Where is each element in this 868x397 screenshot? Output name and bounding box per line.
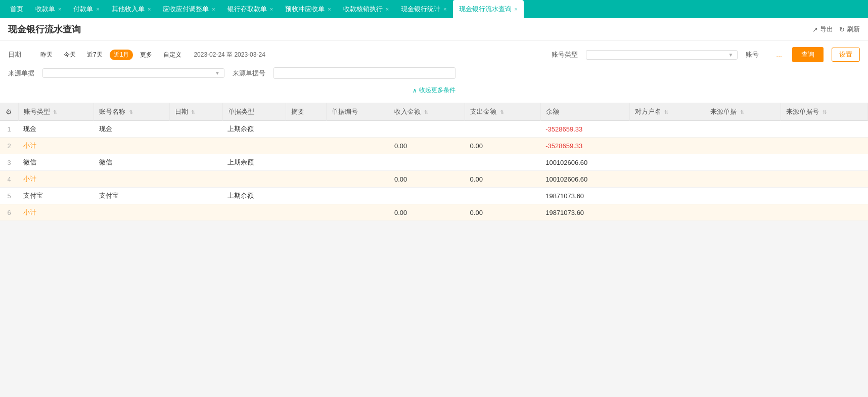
nav-label-payment: 付款单	[73, 0, 93, 18]
cell-summary	[286, 188, 326, 204]
nav-label-advance-offset: 预收冲应收单	[285, 0, 325, 18]
nav-item-advance-offset[interactable]: 预收冲应收单 ×	[279, 0, 337, 18]
account-type-cell: 微信	[23, 158, 36, 166]
th-date[interactable]: 日期 ⇅	[169, 103, 222, 121]
cell-counterpart	[629, 171, 705, 188]
nav-label-receipt: 收款单	[35, 0, 55, 18]
cell-income: 0.00	[389, 138, 465, 154]
th-source-doc[interactable]: 来源单据 ⇅	[705, 103, 781, 121]
th-settings[interactable]: ⚙	[0, 103, 18, 121]
cell-account-type: 现金	[18, 121, 94, 138]
cell-balance: 19871073.60	[540, 188, 629, 204]
nav-item-collection-exec[interactable]: 收款核销执行 ×	[337, 0, 395, 18]
date-option-more[interactable]: 更多	[136, 50, 156, 60]
cell-account-name: 支付宝	[94, 188, 170, 204]
source-doc-select[interactable]: ▼	[42, 68, 224, 78]
refresh-label: 刷新	[847, 25, 860, 34]
cell-source-doc-no	[781, 171, 868, 188]
close-icon[interactable]: ×	[386, 0, 389, 18]
cell-account-type: 支付宝	[18, 188, 94, 204]
sort-icon: ⇅	[664, 109, 668, 115]
close-icon[interactable]: ×	[328, 0, 331, 18]
date-option-7days[interactable]: 近7天	[83, 50, 107, 60]
cell-expense	[465, 154, 541, 171]
date-option-1month[interactable]: 近1月	[110, 50, 133, 60]
query-button[interactable]: 查询	[792, 47, 824, 62]
nav-label-adjustment: 应收应付调整单	[163, 0, 209, 18]
settings-icon[interactable]: ⚙	[6, 108, 12, 116]
cell-doc-no	[326, 154, 389, 171]
account-dots-button[interactable]: ...	[774, 51, 784, 59]
source-doc-no-input[interactable]	[273, 67, 455, 79]
th-account-type[interactable]: 账号类型 ⇅	[18, 103, 94, 121]
cell-account-name	[94, 171, 170, 188]
date-option-yesterday[interactable]: 昨天	[36, 50, 57, 60]
nav-label-cash-flow-query: 现金银行流水查询	[459, 0, 512, 18]
th-account-name[interactable]: 账号名称 ⇅	[94, 103, 170, 121]
filter-row-1: 日期 昨天 今天 近7天 近1月 更多 自定义 2023-02-24 至 202…	[8, 47, 860, 62]
nav-label-cash-bank-stats: 现金银行统计	[401, 0, 440, 18]
th-source-doc-no[interactable]: 来源单据号 ⇅	[781, 103, 868, 121]
nav-item-cash-flow-query[interactable]: 现金银行流水查询 ×	[453, 0, 524, 18]
th-summary: 摘要	[286, 103, 326, 121]
cell-doc-type	[222, 138, 286, 154]
table-row: 5 支付宝 支付宝 上期余额 19871073.60	[0, 188, 868, 204]
nav-item-receipt[interactable]: 收款单 ×	[29, 0, 67, 18]
nav-item-home[interactable]: 首页	[4, 0, 29, 18]
cell-summary	[286, 171, 326, 188]
close-icon[interactable]: ×	[515, 0, 518, 18]
cell-doc-type: 上期余额	[222, 154, 286, 171]
account-type-cell: 现金	[23, 125, 36, 133]
cell-source-doc	[705, 121, 781, 138]
nav-item-bank-deposit[interactable]: 银行存取款单 ×	[221, 0, 279, 18]
nav-item-other-income[interactable]: 其他收入单 ×	[106, 0, 157, 18]
th-expense[interactable]: 支出金额 ⇅	[465, 103, 541, 121]
export-button[interactable]: ↗ 导出	[812, 25, 833, 34]
table-row: 4 小计 0.00 0.00 100102606.60	[0, 171, 868, 188]
cell-source-doc	[705, 188, 781, 204]
sort-icon: ⇅	[424, 109, 428, 115]
th-income[interactable]: 收入金额 ⇅	[389, 103, 465, 121]
cell-income	[389, 121, 465, 138]
nav-item-cash-bank-stats[interactable]: 现金银行统计 ×	[395, 0, 452, 18]
cell-account-name: 微信	[94, 154, 170, 171]
th-doc-type: 单据类型	[222, 103, 286, 121]
collapse-bar[interactable]: ∧ 收起更多条件	[8, 84, 860, 97]
sort-icon: ⇅	[191, 109, 195, 115]
cell-summary	[286, 154, 326, 171]
account-type-select[interactable]: ▼	[586, 50, 738, 60]
close-icon[interactable]: ×	[58, 0, 61, 18]
table-row: 3 微信 微信 上期余额 100102606.60	[0, 154, 868, 171]
close-icon[interactable]: ×	[148, 0, 151, 18]
cell-income: 0.00	[389, 171, 465, 188]
th-counterpart[interactable]: 对方户名 ⇅	[629, 103, 705, 121]
row-number: 4	[0, 171, 18, 188]
settings-button[interactable]: 设置	[832, 48, 860, 62]
subtotal-label: 小计	[23, 142, 36, 149]
cell-counterpart	[629, 188, 705, 204]
close-icon[interactable]: ×	[212, 0, 215, 18]
th-doc-no: 单据编号	[326, 103, 389, 121]
nav-item-payment[interactable]: 付款单 ×	[67, 0, 105, 18]
cell-date	[169, 138, 222, 154]
chevron-down-icon: ▼	[728, 52, 733, 58]
nav-label-other-income: 其他收入单	[112, 0, 145, 18]
row-number: 6	[0, 204, 18, 221]
nav-item-adjustment[interactable]: 应收应付调整单 ×	[157, 0, 221, 18]
cell-account-type: 小计	[18, 171, 94, 188]
date-filter-label: 日期	[8, 50, 28, 59]
refresh-button[interactable]: ↻ 刷新	[839, 25, 860, 34]
cell-source-doc	[705, 204, 781, 221]
row-number: 2	[0, 138, 18, 154]
row-number: 5	[0, 188, 18, 204]
cell-date	[169, 204, 222, 221]
date-option-today[interactable]: 今天	[60, 50, 80, 60]
row-number: 3	[0, 154, 18, 171]
cell-doc-no	[326, 138, 389, 154]
close-icon[interactable]: ×	[96, 0, 99, 18]
date-option-custom[interactable]: 自定义	[159, 50, 186, 60]
close-icon[interactable]: ×	[270, 0, 273, 18]
page-title: 现金银行流水查询	[8, 23, 81, 35]
close-icon[interactable]: ×	[443, 0, 446, 18]
header-actions: ↗ 导出 ↻ 刷新	[812, 25, 860, 34]
